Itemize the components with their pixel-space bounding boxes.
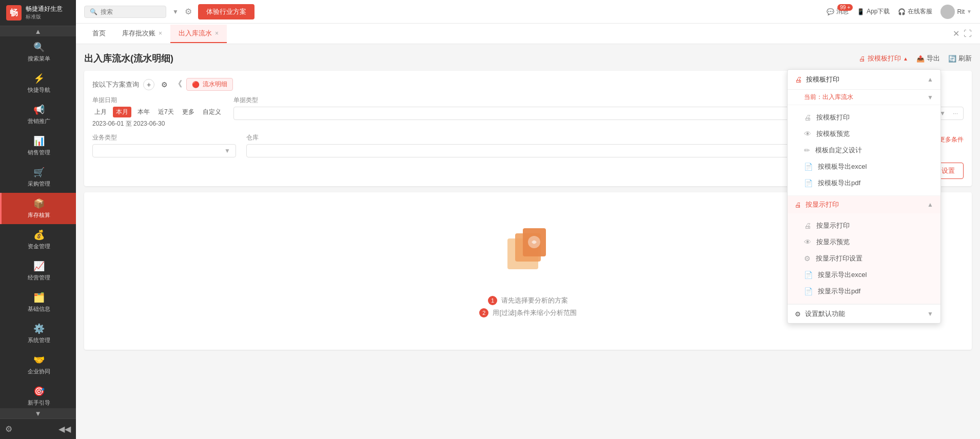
sidebar-item-finance[interactable]: 💰 资金管理 [0,224,76,255]
window-close-icon[interactable]: ✕ [953,29,959,38]
sidebar-item-search[interactable]: 🔍 搜索菜单 [0,36,76,68]
industry-btn[interactable]: 体验行业方案 [198,4,254,19]
biz-type-chevron-icon: ▼ [224,147,230,154]
tab-flow[interactable]: 出入库流水 × [170,25,227,43]
purchase-icon: 🛒 [33,167,45,178]
online-service-btn[interactable]: 🎧 在线客服 [898,7,932,16]
refresh-btn[interactable]: 🔄 刷新 [948,54,972,63]
dropdown-footer-icon: ⚙ [795,310,801,318]
step-2-number: 2 [479,308,488,317]
tab-home[interactable]: 首页 [84,25,114,43]
dropdown-header-chevron-icon: ▲ [927,76,933,83]
tab-flow-close-icon[interactable]: × [215,30,219,37]
filter-date-field: 单据日期 上月 本月 本年 近7天 更多 自定义 2023-06-01 至 20… [92,96,223,128]
dropdown-footer[interactable]: ⚙ 设置默认功能 ▼ [788,304,940,323]
sidebar-item-basics[interactable]: 🗂️ 基础信息 [0,287,76,318]
empty-step-2: 2 用[过滤]条件来缩小分析范围 [479,308,576,317]
sidebar-scroll-up[interactable]: ▲ [0,26,76,36]
search-icon: 🔍 [33,42,45,53]
window-expand-icon[interactable]: ⛶ [964,29,972,38]
topbar-gear-icon[interactable]: ⚙ [185,7,192,16]
empty-svg [497,223,559,274]
date-option-this-month[interactable]: 本月 [113,107,131,117]
display-section-header[interactable]: 🖨 按显示打印 ▲ [788,196,940,213]
export-icon: 📤 [916,55,925,63]
dropdown-item-template-custom[interactable]: ✏ 模板自定义设计 [788,142,940,158]
app-download-btn[interactable]: 📱 App下载 [857,7,890,16]
topbar: 🔍 ▼ ⚙ 体验行业方案 💬 消息 99 + 📱 App下载 🎧 在线客服 Ri… [76,0,980,24]
dropdown-item-display-preview[interactable]: 👁 按显示预览 [788,234,940,250]
filter-setting-btn[interactable]: ⚙ [159,79,170,90]
dropdown-header[interactable]: 🖨 按模板打印 ▲ [788,70,940,90]
tab-batch-close-icon[interactable]: × [159,30,162,37]
display-settings-icon: ⚙ [804,254,811,263]
template-print-icon: 🖨 [804,113,811,122]
shortcut-icon: ⚡ [33,73,45,84]
search-input[interactable] [101,8,157,15]
user-name: Rit [957,8,965,15]
dropdown-template-items: 🖨 按模板打印 👁 按模板预览 ✏ 模板自定义设计 📄 [788,105,940,196]
sidebar-item-purchase[interactable]: 🛒 采购管理 [0,162,76,193]
print-template-btn[interactable]: 🖨 按模板打印 ▲ [859,54,908,63]
tabs-bar: 首页 库存批次账 × 出入库流水 × ✕ ⛶ [76,24,980,44]
sidebar-item-sales[interactable]: 📊 销售管理 [0,130,76,162]
date-option-last-month[interactable]: 上月 [92,107,109,117]
dropdown-item-display-pdf[interactable]: 📄 按显示导出pdf [788,283,940,300]
dropdown-item-display-print[interactable]: 🖨 按显示打印 [788,217,940,234]
sidebar-settings-btn[interactable]: ⚙ [5,424,12,434]
operations-icon: 📈 [33,261,45,272]
sidebar-item-shortcut[interactable]: ⚡ 快捷导航 [0,68,76,99]
sidebar-logo: 畅 畅捷通好生意 标准版 [0,0,76,26]
dropdown-current-template[interactable]: 当前：出入库流水 ▼ [788,90,940,105]
topbar-search-box[interactable]: 🔍 [84,6,166,18]
dropdown-item-template-preview[interactable]: 👁 按模板预览 [788,126,940,142]
logo-icon: 畅 [6,5,22,21]
dropdown-item-template-print[interactable]: 🖨 按模板打印 [788,109,940,126]
sidebar-nav: 🔍 搜索菜单 ⚡ 快捷导航 📢 营销推广 📊 销售管理 🛒 采购管理 📦 库存核… [0,36,76,408]
dropdown-item-template-pdf[interactable]: 📄 按模板导出pdf [788,175,940,191]
template-excel-icon: 📄 [804,163,813,171]
sidebar-collapse-btn[interactable]: ◀◀ [58,424,71,434]
content-area: 出入库流水(流水明细) 🖨 按模板打印 ▲ 📤 导出 🔄 刷新 [76,44,980,439]
tab-batch-label: 库存批次账 [122,29,155,38]
search-chevron-icon[interactable]: ▼ [172,8,179,15]
empty-hint-2: 用[过滤]条件来缩小分析范围 [493,308,576,317]
step-1-number: 1 [488,296,497,305]
filter-collapse-btn[interactable]: 《 [174,79,182,90]
filter-date-options: 上月 本月 本年 近7天 更多 自定义 [92,107,223,117]
template-preview-icon: 👁 [804,130,811,138]
filter-biz-type-select[interactable]: ▼ [92,144,236,157]
sidebar-item-marketing[interactable]: 📢 营销推广 [0,99,76,130]
filter-label: 按以下方案查询 [92,80,139,89]
sidebar-item-system[interactable]: ⚙️ 系统管理 [0,318,76,349]
template-excel-label: 按模板导出excel [818,162,867,171]
filter-add-btn[interactable]: + [143,79,154,90]
topbar-right: 💬 消息 99 + 📱 App下载 🎧 在线客服 Rit ▼ [827,5,972,19]
date-option-this-year[interactable]: 本年 [135,107,152,117]
sidebar-item-operations[interactable]: 📈 经营管理 [0,255,76,287]
dropdown-item-display-excel[interactable]: 📄 按显示导出excel [788,267,940,283]
template-pdf-label: 按模板导出pdf [818,178,860,188]
date-option-custom[interactable]: 自定义 [201,107,223,117]
dropdown-item-template-excel[interactable]: 📄 按模板导出excel [788,158,940,175]
date-option-more[interactable]: 更多 [180,107,197,117]
page-header: 出入库流水(流水明细) 🖨 按模板打印 ▲ 📤 导出 🔄 刷新 [84,52,972,65]
sidebar-item-guide[interactable]: 🎯 新手引导 [0,381,76,408]
display-preview-label: 按显示预览 [816,237,850,247]
doc-type-more-icon[interactable]: ··· [953,110,958,117]
filter-tag-liushui[interactable]: 🔴 流水明细 [186,78,233,91]
sidebar-item-enterprise[interactable]: 🤝 企业协同 [0,349,76,381]
sidebar-scroll-down[interactable]: ▼ [0,408,76,418]
dropdown-item-display-settings[interactable]: ⚙ 按显示打印设置 [788,250,940,267]
empty-hint-1: 请先选择要分析的方案 [501,296,568,305]
print-dropdown-panel: 🖨 按模板打印 ▲ 当前：出入库流水 ▼ 🖨 按模板打印 [787,69,941,324]
filter-biz-type-field: 业务类型 ▼ [92,133,236,157]
print-icon: 🖨 [859,55,866,63]
date-option-7days[interactable]: 近7天 [156,107,176,117]
sidebar-item-inventory[interactable]: 📦 库存核算 [0,193,76,224]
message-btn[interactable]: 💬 消息 99 + [827,7,849,16]
tab-home-label: 首页 [92,29,106,38]
user-info[interactable]: Rit ▼ [940,5,972,19]
tab-batch[interactable]: 库存批次账 × [114,25,170,43]
export-btn[interactable]: 📤 导出 [916,54,940,63]
